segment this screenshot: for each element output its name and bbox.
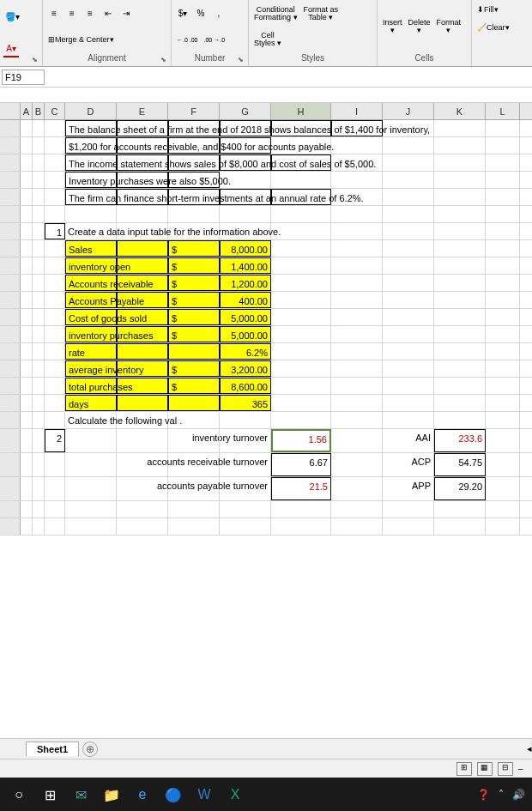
cell-days-label[interactable]: days bbox=[65, 395, 117, 411]
page-layout-view-button[interactable]: ▦ bbox=[477, 762, 493, 776]
cell-invturnover-label2[interactable] bbox=[168, 429, 220, 452]
cell-text-line3[interactable]: The income statement shows sales of $8,0… bbox=[65, 154, 117, 171]
align-right-button[interactable]: ≡ bbox=[82, 6, 98, 21]
format-as-table-button[interactable]: Format as Table ▾ bbox=[302, 4, 341, 23]
excel-icon[interactable]: X bbox=[223, 783, 247, 807]
select-all-corner[interactable] bbox=[0, 103, 21, 119]
col-header-l[interactable]: L bbox=[486, 103, 520, 119]
col-header-a[interactable]: A bbox=[21, 103, 33, 119]
col-header-e[interactable]: E bbox=[117, 103, 168, 119]
spreadsheet-grid[interactable]: The balance sheet of a firm at the end o… bbox=[0, 120, 532, 738]
cell-styles-button[interactable]: Cell Styles ▾ bbox=[252, 30, 283, 49]
cell-step2-num[interactable]: 2 bbox=[45, 429, 65, 452]
increase-decimal-button[interactable]: ←.0 .00 bbox=[175, 32, 200, 47]
cell-invpurch-label[interactable]: inventory purchases bbox=[65, 326, 117, 342]
col-header-g[interactable]: G bbox=[220, 103, 271, 119]
cell-text-line4[interactable]: Inventory purchases were also $5,000. bbox=[65, 172, 117, 188]
cell-totpurch-value[interactable]: 8,600.00 bbox=[220, 378, 271, 394]
add-sheet-button[interactable]: ⊕ bbox=[82, 741, 98, 757]
cell-step1-text[interactable]: Create a data input table for the inform… bbox=[65, 223, 117, 239]
increase-indent-button[interactable]: ⇥ bbox=[118, 6, 134, 21]
tray-chevron-icon[interactable]: ˄ bbox=[499, 789, 504, 801]
format-button[interactable]: Format▾ bbox=[435, 17, 463, 36]
font-dialog-launcher[interactable]: ⬊ bbox=[32, 56, 40, 64]
cell-invturnover-value[interactable]: 1.56 bbox=[271, 429, 331, 452]
percent-button[interactable]: % bbox=[193, 6, 209, 21]
chrome-icon[interactable]: 🔵 bbox=[161, 783, 185, 807]
cell-totpurch-currency[interactable]: $ bbox=[168, 378, 220, 394]
cell-invpurch-value[interactable]: 5,000.00 bbox=[220, 326, 271, 342]
number-dialog-launcher[interactable]: ⬊ bbox=[238, 56, 246, 64]
cell-days-value[interactable]: 365 bbox=[220, 395, 271, 411]
cell-rate-value[interactable]: 6.2% bbox=[220, 343, 271, 360]
word-icon[interactable]: W bbox=[192, 783, 216, 807]
cell-ap-currency[interactable]: $ bbox=[168, 292, 220, 308]
cell-ap-label[interactable]: Accounts Payable bbox=[65, 292, 117, 308]
cell-acp-value[interactable]: 54.75 bbox=[434, 453, 486, 476]
cell-sales-currency[interactable]: $ bbox=[168, 240, 220, 257]
conditional-formatting-button[interactable]: Conditional Formatting ▾ bbox=[252, 4, 299, 23]
comma-button[interactable]: , bbox=[211, 6, 227, 21]
cell-avginv-currency[interactable]: $ bbox=[168, 360, 220, 377]
cell-text-line5[interactable]: The firm can finance short-term investme… bbox=[65, 189, 117, 205]
font-color-button[interactable]: A▾ bbox=[3, 42, 19, 57]
help-tray-icon[interactable]: ❓ bbox=[477, 789, 490, 801]
cell-cogs-value[interactable]: 5,000.00 bbox=[220, 309, 271, 325]
cell-aai-value[interactable]: 233.6 bbox=[434, 429, 486, 452]
cell-text-line2[interactable]: $1,200 for accounts receivable, and $400… bbox=[65, 137, 117, 154]
cell-text-line1[interactable]: The balance sheet of a firm at the end o… bbox=[65, 120, 117, 136]
currency-button[interactable]: $ ▾ bbox=[175, 6, 190, 21]
cell-sales-label[interactable]: Sales bbox=[65, 240, 117, 257]
mail-icon[interactable]: ✉ bbox=[69, 783, 93, 807]
volume-icon[interactable]: 🔊 bbox=[512, 789, 525, 801]
col-header-c[interactable]: C bbox=[45, 103, 65, 119]
cell-ar-value[interactable]: 1,200.00 bbox=[220, 275, 271, 291]
cell-invturnover-label3[interactable]: inventory turnover bbox=[220, 429, 271, 452]
merge-center-button[interactable]: ⊞ Merge & Center ▾ bbox=[46, 32, 116, 47]
cell-sales-value[interactable]: 8,000.00 bbox=[220, 240, 271, 257]
col-header-h[interactable]: H bbox=[271, 103, 331, 119]
decrease-decimal-button[interactable]: .00 →.0 bbox=[203, 32, 227, 47]
normal-view-button[interactable]: ⊞ bbox=[456, 762, 472, 776]
cell-app-label[interactable]: APP bbox=[383, 477, 434, 500]
zoom-out-button[interactable]: − bbox=[518, 764, 523, 774]
delete-button[interactable]: Delete▾ bbox=[407, 17, 432, 36]
cell-cogs-label[interactable]: Cost of goods sold bbox=[65, 309, 117, 325]
cell-ar-currency[interactable]: $ bbox=[168, 275, 220, 291]
cell-avginv-label[interactable]: average inventory bbox=[65, 360, 117, 377]
col-header-k[interactable]: K bbox=[434, 103, 486, 119]
cell-invturnover-label[interactable] bbox=[117, 429, 168, 452]
col-header-j[interactable]: J bbox=[383, 103, 434, 119]
sheet-tab-sheet1[interactable]: Sheet1 bbox=[26, 741, 79, 756]
scroll-left-icon[interactable]: ◂ bbox=[527, 743, 532, 754]
cell-apturnover-value[interactable]: 21.5 bbox=[271, 477, 331, 500]
cell-apturnover-label[interactable]: accounts payable turnover bbox=[220, 477, 271, 500]
cell-step1-num[interactable]: 1 bbox=[45, 223, 65, 239]
page-break-view-button[interactable]: ⊟ bbox=[498, 762, 513, 776]
file-explorer-icon[interactable]: 📁 bbox=[100, 783, 124, 807]
cortana-icon[interactable]: ○ bbox=[7, 783, 31, 807]
col-header-d[interactable]: D bbox=[65, 103, 117, 119]
cell-app-value[interactable]: 29.20 bbox=[434, 477, 486, 500]
edge-icon[interactable]: e bbox=[130, 783, 154, 807]
cell-totpurch-label[interactable]: total purchases bbox=[65, 378, 117, 394]
decrease-indent-button[interactable]: ⇤ bbox=[100, 6, 116, 21]
cell-calc-text[interactable]: Calculate the following val . bbox=[65, 412, 117, 428]
fill-button[interactable]: ⬇ Fill ▾ bbox=[475, 2, 500, 17]
col-header-b[interactable]: B bbox=[33, 103, 45, 119]
cell-avginv-value[interactable]: 3,200.00 bbox=[220, 360, 271, 377]
insert-button[interactable]: Insert▾ bbox=[381, 17, 404, 36]
cell-invpurch-currency[interactable]: $ bbox=[168, 326, 220, 342]
cell-acp-label[interactable]: ACP bbox=[383, 453, 434, 476]
cell-arturnover-label[interactable]: accounts receivable turnover bbox=[220, 453, 271, 476]
cell-cogs-currency[interactable]: $ bbox=[168, 309, 220, 325]
col-header-i[interactable]: I bbox=[331, 103, 383, 119]
fill-color-button[interactable]: 🪣▾ bbox=[3, 9, 21, 25]
cell-invopen-value[interactable]: 1,400.00 bbox=[220, 257, 271, 274]
cell-invopen-currency[interactable]: $ bbox=[168, 257, 220, 274]
task-view-icon[interactable]: ⊞ bbox=[38, 783, 62, 807]
cell-invopen-label[interactable]: inventory open bbox=[65, 257, 117, 274]
cell-aai-label[interactable]: AAI bbox=[383, 429, 434, 452]
alignment-dialog-launcher[interactable]: ⬊ bbox=[160, 56, 169, 64]
cell-ap-value[interactable]: 400.00 bbox=[220, 292, 271, 308]
